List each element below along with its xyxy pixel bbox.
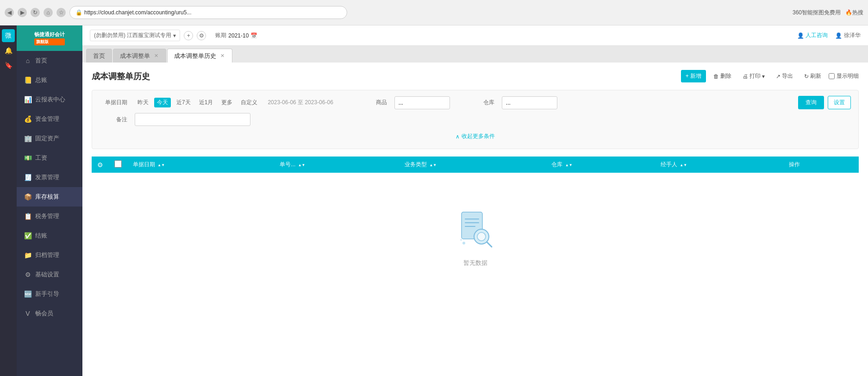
tab-cost-adjust-label: 成本调整单 <box>120 52 150 60</box>
print-btn-label: 打印 <box>749 72 761 80</box>
product-select-btn[interactable]: ... <box>394 96 450 109</box>
filter-area: 单据日期 昨天 今天 近7天 近1月 更多 自定义 2023-06-06 至 2… <box>92 90 859 149</box>
date-chip-1month[interactable]: 近1月 <box>196 98 216 107</box>
icon-sidebar-tool2[interactable]: 🔖 <box>2 59 15 72</box>
sidebar-label-reports: 云报表中心 <box>35 95 65 104</box>
sidebar-label-closing: 结账 <box>35 232 47 240</box>
icon-sidebar: 微 🔔 🔖 <box>0 25 17 376</box>
delete-icon: 🗑 <box>713 73 719 80</box>
table-settings-btn[interactable]: ⚙ <box>97 161 103 169</box>
invoice-icon: 🧾 <box>24 174 31 181</box>
browser-chrome: ◀ ▶ ↻ ⌂ ☆ 🔒 https://cloud.chanjet.com/ac… <box>0 0 868 25</box>
sidebar-item-reports[interactable]: 📊 云报表中心 <box>17 90 82 109</box>
filter-settings-label: 设置 <box>834 99 845 106</box>
sidebar-item-settings[interactable]: ⚙ 基础设置 <box>17 265 82 284</box>
home-btn[interactable]: ⌂ <box>44 8 53 17</box>
tab-cost-adjust-history-close[interactable]: ✕ <box>219 53 225 59</box>
sidebar-item-ledger[interactable]: 📒 总账 <box>17 70 82 90</box>
export-btn-label: 导出 <box>782 72 793 80</box>
number-sort-icon[interactable]: ▲▼ <box>298 163 306 167</box>
data-table: ⚙ 单据日期 ▲▼ 单号... ▲▼ <box>92 157 859 173</box>
sidebar-label-invoice: 发票管理 <box>35 173 59 182</box>
add-btn[interactable]: + 新增 <box>681 70 706 82</box>
logo-badge: 旗舰版 <box>34 38 65 45</box>
date-chip-yesterday[interactable]: 昨天 <box>135 98 151 107</box>
note-input[interactable] <box>135 113 250 126</box>
icon-sidebar-weibo[interactable]: 微 <box>2 29 15 42</box>
select-all-checkbox[interactable] <box>114 160 122 168</box>
handler-col-label: 经手人 <box>661 161 677 168</box>
biztype-sort-icon[interactable]: ▲▼ <box>429 163 437 167</box>
company-settings-btn[interactable]: ⚙ <box>197 31 206 40</box>
closing-icon: ✅ <box>24 232 31 239</box>
refresh-icon: ↻ <box>804 73 809 80</box>
show-detail-toggle[interactable]: 显示明细 <box>829 72 859 80</box>
export-btn[interactable]: ↗ 导出 <box>772 70 797 82</box>
warehouse-select-btn[interactable]: ... <box>502 96 557 109</box>
filter-settings-btn[interactable]: 设置 <box>828 96 851 109</box>
sidebar-item-invoice[interactable]: 🧾 发票管理 <box>17 168 82 187</box>
inventory-icon: 📦 <box>24 193 31 201</box>
print-icon: 🖨 <box>743 73 748 80</box>
toolbar-actions: + 新增 🗑 删除 🖨 打印 ▾ ↗ 导出 <box>681 70 859 82</box>
icon-sidebar-tool1[interactable]: 🔔 <box>2 44 15 57</box>
sidebar-item-assets[interactable]: 🏢 固定资产 <box>17 129 82 148</box>
delete-btn[interactable]: 🗑 删除 <box>710 70 735 82</box>
biztype-col-label: 业务类型 <box>405 161 427 168</box>
star-btn[interactable]: ☆ <box>56 8 66 17</box>
calendar-icon[interactable]: 📅 <box>250 32 257 39</box>
product-dots: ... <box>399 100 403 106</box>
sidebar-item-payroll[interactable]: 💵 工资 <box>17 148 82 168</box>
sidebar-item-member[interactable]: V 畅会员 <box>17 304 82 323</box>
sidebar-item-inventory[interactable]: 📦 库存核算 <box>17 187 82 207</box>
print-btn[interactable]: 🖨 打印 ▾ <box>739 70 768 82</box>
refresh-btn[interactable]: ↻ 刷新 <box>800 70 825 82</box>
top-bar: (勿删勿禁用) 江西服宝测试专用 ▾ + ⚙ 账期 2021-10 📅 👤 人工… <box>82 25 868 46</box>
date-chip-custom[interactable]: 自定义 <box>238 98 260 107</box>
browser-right-tools: 360智能抠图免费用 🔥热搜 <box>793 9 863 17</box>
warehouse-col-label: 仓库 <box>551 161 562 168</box>
product-filter-label: 商品 <box>359 99 387 107</box>
hot-search-label: 🔥热搜 <box>845 9 863 17</box>
date-chip-7days[interactable]: 近7天 <box>174 98 194 107</box>
back-btn[interactable]: ◀ <box>5 8 14 17</box>
tab-cost-adjust-close[interactable]: ✕ <box>153 53 159 59</box>
tab-home[interactable]: 首页 <box>86 49 112 63</box>
sidebar-item-home[interactable]: ⌂ 首页 <box>17 51 82 70</box>
sidebar-item-guide[interactable]: 🆕 新手引导 <box>17 284 82 304</box>
tab-cost-adjust[interactable]: 成本调整单 ✕ <box>113 49 166 63</box>
service-btn[interactable]: 👤 人工咨询 <box>797 31 828 39</box>
refresh-btn[interactable]: ↻ <box>31 8 40 17</box>
add-company-btn[interactable]: + <box>184 31 193 40</box>
date-chip-more[interactable]: 更多 <box>219 98 235 107</box>
query-btn[interactable]: 查询 <box>798 96 824 109</box>
tab-cost-adjust-history[interactable]: 成本调整单历史 ✕ <box>167 49 232 63</box>
sidebar-label-archive: 归档管理 <box>35 251 59 259</box>
svg-point-8 <box>462 242 465 244</box>
forward-btn[interactable]: ▶ <box>18 8 27 17</box>
sidebar-label-member: 畅会员 <box>35 309 53 318</box>
sidebar-item-finance[interactable]: 💰 资金管理 <box>17 109 82 129</box>
refresh-btn-label: 刷新 <box>810 72 821 80</box>
date-filter: 昨天 今天 近7天 近1月 更多 自定义 <box>135 98 260 107</box>
show-detail-checkbox[interactable] <box>829 73 835 79</box>
address-bar[interactable]: 🔒 https://cloud.chanjet.com/accounting/u… <box>69 6 347 19</box>
member-icon: V <box>24 310 31 317</box>
empty-state-image <box>455 210 496 251</box>
show-detail-label: 显示明细 <box>837 72 859 80</box>
warehouse-sort-icon[interactable]: ▲▼ <box>565 163 573 167</box>
date-chip-today[interactable]: 今天 <box>154 98 171 107</box>
sidebar-item-closing[interactable]: ✅ 结账 <box>17 226 82 245</box>
query-btn-label: 查询 <box>806 99 817 106</box>
sidebar-label-finance: 资金管理 <box>35 115 59 123</box>
export-icon: ↗ <box>776 73 781 80</box>
handler-sort-icon[interactable]: ▲▼ <box>680 163 687 167</box>
company-selector[interactable]: (勿删勿禁用) 江西服宝测试专用 ▾ <box>90 30 180 41</box>
dropdown-icon: ▾ <box>173 32 176 39</box>
sidebar-item-tax[interactable]: 📋 税务管理 <box>17 207 82 226</box>
period-info: 账期 2021-10 📅 <box>215 31 257 39</box>
collapse-btn[interactable]: ∧ 收起更多条件 <box>100 130 851 143</box>
sidebar-item-archive[interactable]: 📁 归档管理 <box>17 245 82 265</box>
date-sort-icon[interactable]: ▲▼ <box>157 163 165 167</box>
user-info[interactable]: 👤 徐泽华 <box>835 31 861 39</box>
